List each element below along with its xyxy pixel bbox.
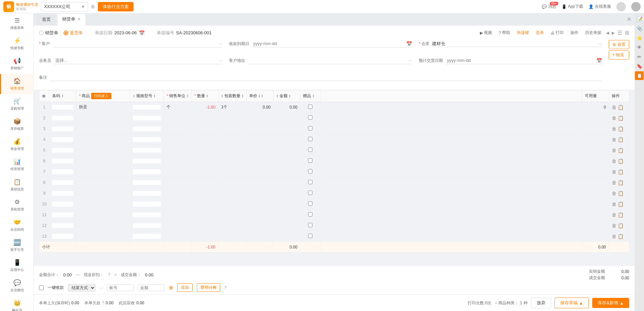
print-btn[interactable]: 🖨 打印	[548, 29, 566, 37]
row-qty[interactable]	[191, 123, 218, 134]
row-barcode[interactable]	[49, 220, 76, 231]
delivery-calendar-icon[interactable]: 📅	[596, 58, 602, 63]
save-new-button[interactable]: 保存&新增 ▲	[592, 298, 629, 308]
messages-button[interactable]: 💬 消息 99+	[542, 4, 556, 9]
row-amount[interactable]	[273, 188, 300, 199]
row-amount[interactable]: 0.00	[273, 102, 300, 113]
add-button[interactable]: 添加	[177, 283, 193, 292]
row-qty[interactable]	[191, 220, 218, 231]
calendar-icon[interactable]: 📅	[139, 30, 145, 36]
row-product[interactable]	[76, 145, 130, 156]
settings-icon[interactable]: ⚙	[91, 4, 95, 9]
row-price[interactable]	[247, 156, 273, 166]
row-price[interactable]	[247, 188, 273, 199]
row-barcode[interactable]	[49, 231, 76, 242]
copy-row-icon[interactable]: 📋	[618, 148, 623, 153]
row-gift[interactable]	[300, 199, 320, 209]
row-unit[interactable]	[164, 231, 191, 242]
row-gift[interactable]	[300, 220, 320, 231]
row-spec[interactable]	[130, 199, 164, 209]
sidebar-item-guide[interactable]: 🆕 新手引导	[0, 235, 33, 256]
row-unit[interactable]	[164, 199, 191, 209]
copy-row-icon[interactable]: 📋	[618, 126, 623, 131]
delete-row-icon[interactable]: 🗑	[612, 137, 616, 142]
row-pkg-qty[interactable]	[218, 209, 247, 220]
row-barcode[interactable]	[49, 113, 76, 123]
row-product[interactable]	[76, 188, 130, 199]
row-qty[interactable]	[191, 145, 218, 156]
row-amount[interactable]	[273, 231, 300, 242]
copy-row-icon[interactable]: 📋	[618, 223, 623, 228]
trial-button[interactable]: 体验行业方案	[98, 2, 134, 11]
row-barcode[interactable]	[49, 199, 76, 209]
shortcut-btn[interactable]: 快捷键	[515, 29, 531, 37]
customer-dots[interactable]: ···	[219, 41, 222, 46]
payment-calendar-icon[interactable]: 📅	[406, 41, 412, 46]
delete-row-icon[interactable]: 🗑	[612, 105, 616, 110]
row-amount[interactable]	[273, 123, 300, 134]
row-spec[interactable]	[130, 145, 164, 156]
row-product[interactable]	[76, 134, 130, 145]
rp-icon-7[interactable]: 📋	[635, 71, 644, 80]
radio-sales-order[interactable]: 销货单	[39, 30, 58, 36]
app-download-button[interactable]: 📱 App下载	[562, 4, 583, 9]
row-spec[interactable]	[130, 177, 164, 188]
row-spec[interactable]	[130, 113, 164, 123]
row-pkg-qty[interactable]	[218, 123, 247, 134]
rp-icon-5[interactable]: ✏	[635, 52, 644, 61]
help-btn[interactable]: ? 帮助	[497, 29, 512, 37]
rp-icon-3[interactable]: ⭐	[635, 34, 644, 42]
row-pkg-qty[interactable]	[218, 231, 247, 242]
delete-row-icon[interactable]: 🗑	[612, 234, 616, 239]
row-pkg-qty[interactable]	[218, 113, 247, 123]
tab-close-icon[interactable]: ✕	[77, 17, 81, 22]
row-gift[interactable]	[300, 102, 320, 113]
row-price[interactable]	[247, 209, 273, 220]
row-unit[interactable]	[164, 209, 191, 220]
delete-row-icon[interactable]: 🗑	[612, 115, 616, 121]
row-price[interactable]	[247, 231, 273, 242]
row-qty[interactable]	[191, 166, 218, 177]
row-product[interactable]	[76, 231, 130, 242]
delete-row-icon[interactable]: 🗑	[612, 180, 616, 185]
row-barcode[interactable]	[49, 134, 76, 145]
salesperson-input[interactable]	[54, 57, 219, 64]
expected-delivery-input[interactable]	[446, 57, 596, 64]
row-pkg-qty[interactable]	[218, 156, 247, 166]
row-spec[interactable]	[130, 166, 164, 177]
row-qty[interactable]	[191, 209, 218, 220]
delete-row-icon[interactable]: 🗑	[612, 126, 616, 131]
row-amount[interactable]	[273, 220, 300, 231]
debt-help-icon[interactable]: ?	[102, 301, 104, 305]
row-unit[interactable]	[164, 188, 191, 199]
row-product[interactable]: 拆贡	[76, 102, 130, 113]
copy-row-icon[interactable]: 📋	[618, 212, 623, 218]
row-amount[interactable]	[273, 145, 300, 156]
online-support-button[interactable]: 👤 在线客服	[589, 4, 611, 9]
row-gift[interactable]	[300, 156, 320, 166]
account-input[interactable]	[107, 284, 134, 291]
add-payment-icon[interactable]: ⊕	[169, 284, 173, 291]
row-gift[interactable]	[300, 113, 320, 123]
row-gift[interactable]	[300, 177, 320, 188]
row-unit[interactable]	[164, 145, 191, 156]
address-dots[interactable]: ···	[409, 58, 412, 63]
row-price[interactable]	[247, 166, 273, 177]
customer-address-input[interactable]	[248, 57, 409, 64]
operation-btn[interactable]: 操作	[568, 29, 580, 37]
row-barcode[interactable]	[49, 145, 76, 156]
sidebar-item-operations[interactable]: 📊 经营管理	[0, 155, 33, 175]
delete-row-icon[interactable]: 🗑	[612, 169, 616, 174]
rp-icon-6[interactable]: 🔖	[635, 62, 644, 71]
one-click-payment-checkbox[interactable]	[39, 285, 44, 290]
settings-button[interactable]: ⚙ 设置	[609, 40, 629, 49]
row-qty[interactable]	[191, 231, 218, 242]
row-spec[interactable]	[130, 102, 164, 113]
col-header-settings[interactable]: ⚙	[39, 90, 49, 102]
row-pkg-qty[interactable]	[218, 177, 247, 188]
row-price[interactable]	[247, 145, 273, 156]
delete-row-icon[interactable]: 🗑	[612, 148, 616, 153]
row-unit[interactable]: 个	[164, 102, 191, 113]
sidebar-item-marketing[interactable]: 📢 营销推广	[0, 54, 33, 74]
row-spec[interactable]	[130, 231, 164, 242]
